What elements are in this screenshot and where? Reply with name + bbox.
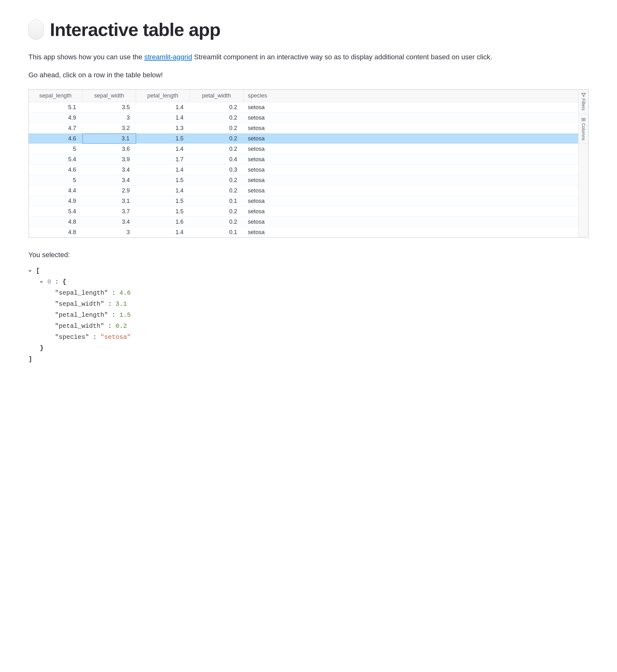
cell-species[interactable]: setosa [243, 206, 294, 217]
cell-sepal_width[interactable]: 3.2 [82, 123, 136, 133]
grid-sidebar: Filters Columns [578, 90, 588, 237]
cell-petal_length[interactable]: 1.5 [136, 206, 190, 217]
cell-sepal_length[interactable]: 4.6 [29, 133, 82, 143]
cell-sepal_length[interactable]: 5.4 [29, 206, 82, 217]
cell-species[interactable]: setosa [243, 102, 294, 112]
column-header-petal-width[interactable]: petal_width [190, 90, 243, 102]
cell-sepal_width[interactable]: 3.7 [82, 206, 136, 217]
caret-icon[interactable] [28, 270, 32, 272]
cell-petal_length[interactable]: 1.5 [136, 196, 190, 206]
table-row[interactable]: 5.13.51.40.2setosa [29, 102, 578, 113]
cell-sepal_width[interactable]: 3 [82, 227, 136, 237]
page-header: Interactive table app [28, 19, 589, 40]
cell-petal_width[interactable]: 0.2 [190, 175, 243, 185]
cell-sepal_width[interactable]: 3.4 [82, 217, 136, 227]
cell-sepal_length[interactable]: 5 [29, 175, 82, 185]
column-header-petal-length[interactable]: petal_length [136, 90, 190, 102]
column-header-sepal-length[interactable]: sepal_length [29, 90, 82, 102]
cell-species[interactable]: setosa [243, 165, 294, 175]
cell-petal_width[interactable]: 0.2 [190, 186, 243, 196]
cell-sepal_length[interactable]: 5.1 [29, 102, 82, 112]
cell-petal_width[interactable]: 0.1 [190, 227, 243, 237]
column-header-species[interactable]: species [243, 90, 294, 102]
cell-sepal_width[interactable]: 3.1 [82, 196, 136, 206]
cell-petal_length[interactable]: 1.4 [136, 227, 190, 237]
table-row[interactable]: 4.93.11.50.1setosa [29, 196, 578, 206]
cell-species[interactable]: setosa [243, 227, 294, 237]
table-row[interactable]: 4.831.40.1setosa [29, 227, 578, 237]
cell-petal_width[interactable]: 0.2 [190, 133, 243, 143]
column-header-sepal-width[interactable]: sepal_width [82, 90, 136, 102]
cell-sepal_width[interactable]: 3.4 [82, 175, 136, 185]
cell-petal_width[interactable]: 0.2 [190, 144, 243, 154]
cell-petal_width[interactable]: 0.2 [190, 123, 243, 133]
cell-sepal_length[interactable]: 4.6 [29, 165, 82, 175]
cell-sepal_length[interactable]: 5 [29, 144, 82, 154]
table-row[interactable]: 4.42.91.40.2setosa [29, 186, 578, 196]
cell-species[interactable]: setosa [243, 175, 294, 185]
cell-sepal_length[interactable]: 4.9 [29, 196, 82, 206]
cell-sepal_width[interactable]: 3.4 [82, 165, 136, 175]
cell-petal_length[interactable]: 1.7 [136, 154, 190, 164]
cell-sepal_width[interactable]: 3.9 [82, 154, 136, 164]
table-row[interactable]: 4.63.41.40.3setosa [29, 165, 578, 175]
streamlit-aggrid-link[interactable]: streamlit-aggrid [144, 53, 192, 61]
cell-petal_length[interactable]: 1.4 [136, 186, 190, 196]
svg-rect-0 [582, 118, 582, 121]
cell-sepal_width[interactable]: 3 [82, 113, 136, 123]
intro-paragraph: This app shows how you can use the strea… [28, 51, 589, 62]
table-row[interactable]: 4.931.40.2setosa [29, 113, 578, 123]
cell-sepal_length[interactable]: 4.9 [29, 113, 82, 123]
cell-sepal_length[interactable]: 4.4 [29, 186, 82, 196]
cell-petal_width[interactable]: 0.4 [190, 154, 243, 164]
cell-species[interactable]: setosa [243, 144, 294, 154]
cell-sepal_width[interactable]: 3.1 [82, 133, 136, 143]
table-row[interactable]: 4.63.11.50.2setosa [29, 133, 578, 144]
cell-petal_length[interactable]: 1.3 [136, 123, 190, 133]
cell-sepal_width[interactable]: 3.5 [82, 102, 136, 112]
cell-sepal_length[interactable]: 4.8 [29, 217, 82, 227]
page-title: Interactive table app [50, 19, 220, 40]
cell-petal_length[interactable]: 1.6 [136, 217, 190, 227]
cell-petal_width[interactable]: 0.1 [190, 196, 243, 206]
table-row[interactable]: 5.43.71.50.2setosa [29, 206, 578, 217]
cell-sepal_width[interactable]: 2.9 [82, 186, 136, 196]
cell-petal_length[interactable]: 1.4 [136, 144, 190, 154]
caret-icon[interactable] [40, 281, 43, 283]
cell-species[interactable]: setosa [243, 186, 294, 196]
table-row[interactable]: 4.83.41.60.2setosa [29, 217, 578, 227]
cell-species[interactable]: setosa [243, 123, 294, 133]
grid-body[interactable]: 5.13.51.40.2setosa4.931.40.2setosa4.73.2… [29, 102, 578, 237]
cell-species[interactable]: setosa [243, 154, 294, 164]
filters-tab[interactable]: Filters [579, 90, 588, 114]
cell-petal_width[interactable]: 0.2 [190, 206, 243, 217]
data-grid: sepal_length sepal_width petal_length pe… [28, 89, 589, 238]
columns-tab[interactable]: Columns [579, 114, 588, 144]
cell-species[interactable]: setosa [243, 217, 294, 227]
cell-petal_length[interactable]: 1.5 [136, 175, 190, 185]
cell-petal_length[interactable]: 1.4 [136, 102, 190, 112]
cell-species[interactable]: setosa [243, 113, 294, 123]
cell-petal_length[interactable]: 1.4 [136, 113, 190, 123]
json-line: "sepal_length" : 4.6 [28, 287, 589, 298]
json-line: "species" : "setosa" [28, 332, 589, 343]
cell-sepal_length[interactable]: 4.7 [29, 123, 82, 133]
cell-petal_length[interactable]: 1.4 [136, 165, 190, 175]
table-row[interactable]: 4.73.21.30.2setosa [29, 123, 578, 133]
cell-petal_width[interactable]: 0.2 [190, 102, 243, 112]
grid-main: sepal_length sepal_width petal_length pe… [29, 90, 578, 237]
table-row[interactable]: 5.43.91.70.4setosa [29, 154, 578, 165]
cell-petal_width[interactable]: 0.3 [190, 165, 243, 175]
svg-rect-2 [585, 118, 585, 121]
cell-sepal_width[interactable]: 3.6 [82, 144, 136, 154]
cell-petal_length[interactable]: 1.5 [136, 133, 190, 143]
cell-sepal_length[interactable]: 5.4 [29, 154, 82, 164]
cell-species[interactable]: setosa [243, 133, 294, 143]
cell-petal_width[interactable]: 0.2 [190, 217, 243, 227]
cell-species[interactable]: setosa [243, 196, 294, 206]
cell-sepal_length[interactable]: 4.8 [29, 227, 82, 237]
cell-petal_width[interactable]: 0.2 [190, 113, 243, 123]
table-row[interactable]: 53.61.40.2setosa [29, 144, 578, 154]
table-row[interactable]: 53.41.50.2setosa [29, 175, 578, 186]
grid-header-row: sepal_length sepal_width petal_length pe… [29, 90, 578, 102]
